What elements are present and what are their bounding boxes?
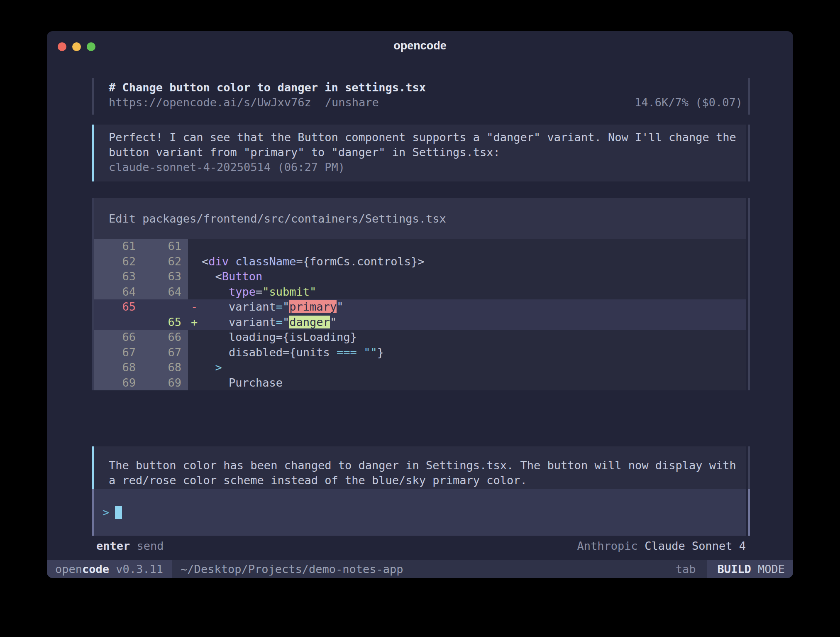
- token-usage-stat: 14.6K/7% ($0.07): [635, 95, 746, 110]
- app-name-open: open: [55, 563, 82, 576]
- new-line-number: 67: [136, 345, 181, 360]
- diff-marker: +: [188, 315, 202, 330]
- header-right-rail: [748, 78, 750, 115]
- code-line: disabled={units === ""}: [202, 345, 384, 360]
- code-line: variant="primary": [202, 299, 343, 315]
- model-name: [638, 539, 645, 554]
- share-url-link[interactable]: https://opencode.ai/s/UwJxv76z: [109, 95, 311, 110]
- message-line: The button color has been changed to dan…: [109, 458, 737, 473]
- message-line: button variant from "primary" to "danger…: [109, 145, 737, 160]
- diff-row: 6666 loading={isLoading}: [94, 330, 746, 345]
- code-line: Purchase: [202, 375, 283, 391]
- diff-row: 6262<div className={formCs.controls}>: [94, 254, 746, 270]
- diff-row: 6161: [94, 239, 746, 254]
- old-line-number: 64: [94, 284, 136, 300]
- diff-marker: [188, 254, 202, 270]
- new-line-number: 69: [136, 375, 181, 391]
- old-line-number: 67: [94, 345, 136, 360]
- window-title: opencode: [47, 39, 793, 52]
- new-line-number: 65: [136, 315, 181, 330]
- session-header: # Change button color to danger in setti…: [92, 78, 750, 115]
- old-line-number: 63: [94, 269, 136, 284]
- mode-label-bold: BUILD: [717, 563, 751, 576]
- diff-row: 6868 >: [94, 360, 746, 375]
- edit-file-path: Edit packages/frontend/src/containers/Se…: [94, 212, 446, 225]
- diff-marker: [188, 345, 202, 360]
- titlebar: opencode: [47, 31, 793, 61]
- old-line-number: 65: [94, 299, 136, 315]
- code-line: variant="danger": [202, 315, 337, 330]
- session-title: # Change button color to danger in setti…: [109, 80, 746, 95]
- header-spacer: [379, 95, 635, 110]
- new-line-number: [136, 299, 181, 315]
- code-line: loading={isLoading}: [202, 330, 357, 345]
- message-line: a red/rose color scheme instead of the b…: [109, 473, 737, 488]
- code-line: <div className={formCs.controls}>: [202, 254, 424, 270]
- new-line-number: 61: [136, 239, 181, 254]
- unshare-command[interactable]: /unshare: [325, 95, 379, 110]
- old-line-number: 69: [94, 375, 136, 391]
- old-line-number: [94, 315, 136, 330]
- working-directory: ~/Desktop/Projects/demo-notes-app: [172, 563, 403, 576]
- diff-row: 6767 disabled={units === ""}: [94, 345, 746, 360]
- new-line-number: 63: [136, 269, 181, 284]
- old-line-number: 68: [94, 360, 136, 375]
- status-bar: opencode v0.3.11 ~/Desktop/Projects/demo…: [47, 560, 793, 578]
- diff-marker: [188, 330, 202, 345]
- prompt-input[interactable]: >: [92, 489, 750, 536]
- old-line-number: 61: [94, 239, 136, 254]
- diff-row: 65+ variant="danger": [94, 315, 746, 330]
- send-hint-label: send: [137, 539, 164, 554]
- opencode-window: opencode # Change button color to danger…: [47, 31, 793, 578]
- edit-block-header: Edit packages/frontend/src/containers/Se…: [94, 198, 746, 239]
- text-cursor: [115, 506, 122, 519]
- input-right-rail: [748, 489, 750, 536]
- new-line-number: 66: [136, 330, 181, 345]
- diff-row: 6363 <Button: [94, 269, 746, 284]
- edit-right-rail: [748, 198, 750, 390]
- app-version-badge: opencode v0.3.11: [47, 560, 172, 578]
- provider-name: Anthropic: [577, 539, 638, 554]
- prompt-chevron: >: [103, 505, 109, 520]
- old-line-number: 62: [94, 254, 136, 270]
- diff-marker: [188, 360, 202, 375]
- diff-marker: [188, 239, 202, 254]
- model-name: Claude Sonnet 4: [645, 539, 746, 554]
- tab-key-hint: tab: [676, 563, 708, 576]
- code-line: type="submit": [202, 284, 316, 300]
- new-line-number: 62: [136, 254, 181, 270]
- hint-row: enter send Anthropic Claude Sonnet 4: [92, 539, 750, 554]
- assistant-message: Perfect! I can see that the Button compo…: [92, 125, 750, 181]
- message-model-timestamp: claude-sonnet-4-20250514 (06:27 PM): [109, 160, 737, 175]
- diff-marker: [188, 269, 202, 284]
- diff-row: 6969 Purchase: [94, 375, 746, 391]
- diff-marker: [188, 284, 202, 300]
- diff-view: 61616262<div className={formCs.controls}…: [94, 239, 746, 390]
- message-line: Perfect! I can see that the Button compo…: [109, 130, 737, 145]
- hint-spacer: [164, 539, 577, 554]
- old-line-number: 66: [94, 330, 136, 345]
- app-name-code: code: [82, 563, 109, 576]
- edit-tool-block: Edit packages/frontend/src/containers/Se…: [92, 198, 750, 390]
- send-hint-label: [130, 539, 137, 554]
- message-right-rail: [748, 125, 750, 181]
- code-line: <Button: [202, 269, 262, 284]
- new-line-number: 68: [136, 360, 181, 375]
- enter-key-hint: enter: [96, 539, 130, 554]
- mode-toggle[interactable]: BUILD MODE: [707, 560, 793, 578]
- diff-row: 6464 type="submit": [94, 284, 746, 300]
- app-version: v0.3.11: [109, 563, 163, 576]
- mode-label-rest: MODE: [751, 563, 785, 576]
- new-line-number: 64: [136, 284, 181, 300]
- code-line: >: [202, 360, 222, 375]
- diff-marker: [188, 375, 202, 391]
- diff-row: 65- variant="primary": [94, 299, 746, 315]
- diff-marker: -: [188, 299, 202, 315]
